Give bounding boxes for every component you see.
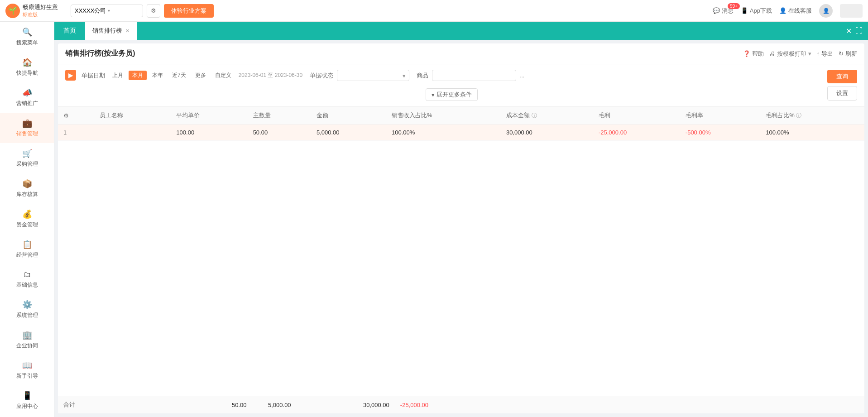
cell-sales-pct: 100.00% [386, 125, 501, 141]
inventory-icon: 📦 [22, 179, 32, 189]
sidebar-label-marketing: 营销推广 [16, 100, 38, 107]
cell-avg-price: 100.00 [171, 125, 247, 141]
th-gross-rate: 毛利率 [680, 107, 760, 125]
sidebar-label-inventory: 库存核算 [16, 191, 38, 198]
settings-icon[interactable]: ⚙ [147, 4, 160, 18]
th-cost: 成本全额 ⓘ [501, 107, 593, 125]
sidebar-item-guide[interactable]: 📖 新手引导 [0, 355, 54, 385]
goods-filter: 商品 ... [417, 70, 524, 81]
sidebar-item-app-center[interactable]: 📱 应用中心 [0, 385, 54, 416]
online-service-area[interactable]: 👤 在线客服 [779, 7, 812, 15]
sidebar-item-inventory[interactable]: 📦 库存核算 [0, 173, 54, 204]
finance-icon: 💰 [22, 209, 32, 219]
company-name: XXXXX公司 [75, 7, 106, 15]
date-opt-current-year[interactable]: 本年 [149, 71, 167, 80]
tab-close-all-icon[interactable]: ✕ [846, 27, 852, 35]
sidebar-label-sales: 销售管理 [16, 130, 38, 138]
cell-gross-pct: 100.00% [760, 125, 864, 141]
cell-amount: 5,000.00 [311, 125, 386, 141]
basic-info-icon: 🗂 [23, 270, 31, 279]
filter-expand-row: ▾ 展开更多条件 [82, 85, 822, 101]
date-opt-7days[interactable]: 近7天 [168, 71, 190, 80]
top-bar-right: 💬 消息 99+ 📱 App下载 👤 在线客服 👤 [713, 4, 863, 18]
date-opt-custom[interactable]: 自定义 [211, 71, 235, 80]
app-download-area[interactable]: 📱 App下载 [741, 7, 772, 15]
top-bar-left: 🌱 畅康通好生意 标准版 XXXXX公司 ▾ ⚙ 体验行业方案 [5, 4, 214, 18]
enterprise-icon: 🏢 [22, 330, 32, 340]
table-header: ⚙ 员工名称 平均单价 主数量 金额 销售收入占比% 成本全额 ⓘ 毛利 毛利率 [58, 107, 864, 125]
cell-employee [94, 125, 171, 141]
sidebar-item-search[interactable]: 🔍 搜索菜单 [0, 22, 54, 52]
download-icon: 📱 [741, 7, 748, 14]
message-area[interactable]: 💬 消息 99+ [713, 7, 734, 15]
app-logo-icon: 🌱 [5, 4, 20, 18]
sidebar-item-sales[interactable]: 💼 销售管理 [0, 113, 54, 143]
expand-button[interactable]: ▾ 展开更多条件 [426, 88, 478, 101]
cell-gross: -25,000.00 [593, 125, 680, 141]
purchase-icon: 🛒 [22, 149, 32, 158]
date-opt-current-month[interactable]: 本月 [129, 71, 147, 80]
sidebar-item-purchase[interactable]: 🛒 采购管理 [0, 143, 54, 173]
search-icon: 🔍 [22, 27, 32, 37]
print-link[interactable]: 🖨 按模板打印 ▾ [769, 50, 811, 58]
table-footer: 合计 50.00 5,000.00 30,000.00 -25,000.00 [58, 396, 864, 413]
operations-icon: 📋 [22, 240, 32, 249]
tab-close-icon[interactable]: ✕ [125, 28, 129, 34]
sidebar-item-basic-info[interactable]: 🗂 基础信息 [0, 264, 54, 294]
trial-button[interactable]: 体验行业方案 [164, 4, 214, 18]
company-selector[interactable]: XXXXX公司 ▾ [71, 5, 143, 17]
filter-row-1: 单据日期 上月 本月 本年 近7天 更多 自定义 2023-06-01 至 20… [82, 70, 822, 81]
sidebar-item-quick-nav[interactable]: 🏠 快捷导航 [0, 52, 54, 82]
data-table: ⚙ 员工名称 平均单价 主数量 金额 销售收入占比% 成本全额 ⓘ 毛利 毛利率 [58, 107, 864, 141]
date-opt-prev-month[interactable]: 上月 [109, 71, 127, 80]
status-select[interactable] [337, 70, 409, 81]
page-header: 销售排行榜(按业务员) ❓ 帮助 🖨 按模板打印 ▾ ↑ 导出 [58, 43, 864, 64]
system-icon: ⚙️ [22, 300, 32, 310]
sidebar-item-marketing[interactable]: 📣 营销推广 [0, 82, 54, 113]
sidebar-item-finance[interactable]: 💰 资金管理 [0, 204, 54, 234]
table-body: 1 100.00 50.00 5,000.00 100.00% 30,000.0… [58, 125, 864, 141]
th-employee: 员工名称 [94, 107, 171, 125]
logo-area: 🌱 畅康通好生意 标准版 [5, 4, 58, 18]
sidebar-label-finance: 资金管理 [16, 221, 38, 229]
print-dropdown-icon: ▾ [808, 50, 811, 57]
footer-amount-val: 5,000.00 [263, 402, 299, 408]
filter-settings-button[interactable]: 设置 [827, 86, 857, 101]
status-filter-label: 单据状态 [310, 72, 333, 80]
tab-sales-ranking[interactable]: 销售排行榜 ✕ [85, 22, 137, 40]
sidebar-label-enterprise: 企业协同 [16, 342, 38, 350]
sidebar-item-system[interactable]: ⚙️ 系统管理 [0, 294, 54, 325]
page-title: 销售排行榜(按业务员) [65, 49, 135, 58]
sidebar-item-operations[interactable]: 📋 经营管理 [0, 234, 54, 264]
cell-cost: 30,000.00 [501, 125, 593, 141]
gross-pct-info-icon[interactable]: ⓘ [796, 112, 801, 119]
status-filter: 单据状态 [310, 70, 409, 81]
footer-values: 50.00 5,000.00 30,000.00 -25,000.00 [100, 402, 859, 408]
help-link[interactable]: ❓ 帮助 [743, 50, 764, 58]
sidebar-items: 🔍 搜索菜单 🏠 快捷导航 📣 营销推广 💼 销售管理 🛒 采购管理 📦 库存核… [0, 22, 54, 417]
tab-home[interactable]: 首页 [54, 22, 85, 40]
status-select-wrapper [337, 70, 409, 81]
th-settings[interactable]: ⚙ [58, 107, 94, 125]
table-area: ⚙ 员工名称 平均单价 主数量 金额 销售收入占比% 成本全额 ⓘ 毛利 毛利率 [58, 107, 864, 396]
message-icon: 💬 [713, 7, 720, 14]
user-name[interactable] [840, 4, 863, 18]
help-icon: ❓ [743, 50, 750, 57]
more-options-link[interactable]: ... [520, 72, 524, 79]
query-button[interactable]: 查询 [827, 70, 857, 83]
footer-qty-val: 50.00 [226, 402, 263, 408]
goods-input[interactable] [432, 70, 516, 81]
app-center-icon: 📱 [22, 391, 32, 401]
filter-action-buttons: 查询 设置 [827, 70, 857, 101]
filter-toggle-button[interactable]: ▶ [65, 70, 76, 81]
date-opt-more[interactable]: 更多 [192, 71, 210, 80]
message-badge: 99+ [728, 3, 740, 9]
export-button[interactable]: ↑ 导出 [817, 50, 834, 58]
sidebar-label-quick-nav: 快捷导航 [16, 69, 38, 77]
sidebar-label-basic-info: 基础信息 [16, 281, 38, 289]
refresh-button[interactable]: ↻ 刷新 [839, 50, 857, 58]
avatar[interactable]: 👤 [819, 4, 833, 18]
sidebar-item-enterprise[interactable]: 🏢 企业协同 [0, 325, 54, 355]
cost-info-icon[interactable]: ⓘ [532, 112, 537, 119]
tab-fullscreen-icon[interactable]: ⛶ [855, 27, 863, 35]
